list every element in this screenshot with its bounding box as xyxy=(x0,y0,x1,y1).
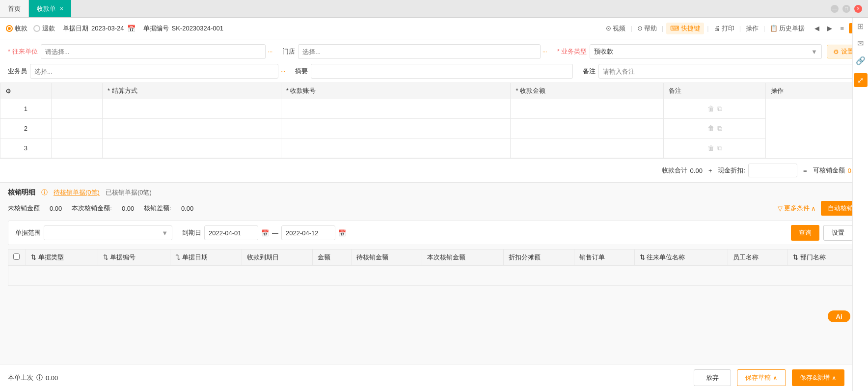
biz-type-select[interactable]: 预收款 ▼ xyxy=(590,44,822,59)
row-3-delete-icon[interactable]: 🗑 xyxy=(707,144,714,152)
row-2-remark[interactable] xyxy=(511,119,664,139)
notice-value: 0.00 xyxy=(46,374,58,382)
party-field: * 往来单位 ··· xyxy=(8,44,272,59)
col-settings[interactable]: ⚙ xyxy=(0,83,52,99)
row-2-copy-icon[interactable]: ⧉ xyxy=(717,124,722,133)
shop-input[interactable] xyxy=(298,44,540,59)
select-all-checkbox[interactable] xyxy=(13,253,20,260)
shop-more-icon[interactable]: ··· xyxy=(542,48,547,55)
cal-to-icon[interactable]: 📅 xyxy=(338,229,346,237)
row-2-amount[interactable] xyxy=(281,119,511,139)
history-btn[interactable]: 📋 历史单据 xyxy=(768,24,807,33)
form-row-2: 业务员 ··· 摘要 备注 xyxy=(8,64,860,79)
draft-arrow-icon: ∧ xyxy=(773,374,778,382)
main-table: ⚙ * 结算方式 * 收款账号 * 收款金额 备注 操作 xyxy=(0,83,868,158)
diff-label: 核销差额: xyxy=(144,204,171,213)
pending-tab[interactable]: 待核销单据(0笔) xyxy=(54,188,100,197)
row-1-copy-icon[interactable]: ⧉ xyxy=(717,105,722,113)
col-amount-header: * 收款金额 xyxy=(511,83,664,99)
remark-input[interactable] xyxy=(598,64,860,79)
col-type: ⇅ 单据类型 xyxy=(26,250,98,266)
shop-field: 门店 ··· xyxy=(282,44,547,59)
row-3-amount[interactable] xyxy=(281,139,511,158)
plus-sign: + xyxy=(708,167,712,174)
discount-item: 现金折扣: xyxy=(718,164,797,177)
operate-btn[interactable]: 操作 xyxy=(744,24,760,33)
video-btn[interactable]: ⊙ 视频 xyxy=(604,24,627,33)
writeoff-title: 核销明细 xyxy=(8,188,35,197)
row-3-account[interactable] xyxy=(102,139,281,158)
row-1-account[interactable] xyxy=(102,99,281,119)
shortcut-label: 快捷键 xyxy=(681,24,700,33)
row-3-remark[interactable] xyxy=(511,139,664,158)
row-3-settle[interactable] xyxy=(51,139,102,158)
row-1-amount[interactable] xyxy=(281,99,511,119)
tab-current[interactable]: 收款单 × xyxy=(29,0,71,17)
current-value: 0.00 xyxy=(122,205,134,212)
radio-refund[interactable]: 退款 xyxy=(33,24,55,33)
row-3-action: 🗑 ⧉ xyxy=(664,139,766,158)
row-2-delete-icon[interactable]: 🗑 xyxy=(707,124,714,133)
list-view-icon[interactable]: ≡ xyxy=(837,23,847,33)
writeoff-right: ▽ 更多条件 ∧ 自动核销 xyxy=(778,201,860,216)
done-tab[interactable]: 已核销单据(0笔) xyxy=(106,188,152,197)
row-3-copy-icon[interactable]: ⧉ xyxy=(717,144,722,152)
staff-label: 业务员 xyxy=(8,67,30,76)
notice-info-icon[interactable]: ⓘ xyxy=(36,373,43,382)
row-1-remark[interactable] xyxy=(511,99,664,119)
cal-from-icon[interactable]: 📅 xyxy=(261,229,269,237)
row-1-delete-icon[interactable]: 🗑 xyxy=(707,105,714,113)
calendar-icon[interactable]: 📅 xyxy=(127,25,136,32)
writeoff-section: 核销明细 ⓘ 待核销单据(0笔) 已核销单据(0笔) 未核销金额 0.00 本次… xyxy=(0,182,868,391)
tab-close-icon[interactable]: × xyxy=(60,5,63,12)
save-button[interactable]: 保存&新增 ∧ xyxy=(792,369,844,386)
summary-label: 摘要 xyxy=(295,67,311,76)
query-button[interactable]: 查询 xyxy=(791,225,819,241)
nav-prev-icon[interactable]: ◀ xyxy=(812,23,822,33)
nav-next-icon[interactable]: ▶ xyxy=(824,23,835,33)
discount-input[interactable] xyxy=(748,164,797,177)
print-btn[interactable]: 🖨 打印 xyxy=(712,24,736,33)
radio-receive[interactable]: 收款 xyxy=(6,24,27,33)
row-num-cell: 1 xyxy=(0,99,52,119)
row-1-settle[interactable] xyxy=(51,99,102,119)
close-button[interactable]: × xyxy=(854,5,862,13)
writeoff-stats: 未核销金额 0.00 本次核销金额: 0.00 核销差额: 0.00 ▽ 更多条… xyxy=(8,201,860,216)
page-footer: 本单上次 ⓘ 0.00 放弃 保存草稿 ∧ 保存&新增 ∧ xyxy=(0,364,852,391)
due-date-label: 到期日 xyxy=(182,228,201,237)
date-to-input[interactable] xyxy=(281,225,335,240)
staff-field: 业务员 ··· xyxy=(8,64,285,79)
shortcut-btn[interactable]: ⌨ 快捷键 xyxy=(666,23,704,34)
staff-input[interactable] xyxy=(30,64,278,79)
filter-settings-button[interactable]: 设置 xyxy=(823,225,853,241)
sidebar-expand-icon[interactable]: ⤢ xyxy=(854,73,868,87)
party-more-icon[interactable]: ··· xyxy=(268,48,272,55)
table-row: 2 🗑 ⧉ xyxy=(0,119,868,139)
maximize-button[interactable]: □ xyxy=(842,5,850,13)
row-2-settle[interactable] xyxy=(51,119,102,139)
discard-button[interactable]: 放弃 xyxy=(694,369,731,386)
col-party: ⇅ 往来单位名称 xyxy=(634,250,728,266)
help-btn[interactable]: ⊙ 帮助 xyxy=(635,24,659,33)
writeoff-info-icon[interactable]: ⓘ xyxy=(41,188,48,197)
summary-field: 摘要 xyxy=(295,64,572,79)
party-input[interactable] xyxy=(41,44,266,59)
tab-home[interactable]: 首页 xyxy=(0,0,29,17)
filter-buttons: 查询 设置 xyxy=(791,225,853,241)
table-row: 3 🗑 ⧉ xyxy=(0,139,868,158)
summary-input[interactable] xyxy=(311,64,572,79)
print-label: 打印 xyxy=(722,24,734,33)
range-select[interactable]: ▼ xyxy=(44,225,172,240)
sidebar-table-icon[interactable]: ⊞ xyxy=(857,22,864,31)
col-discount: 折扣分摊额 xyxy=(504,250,574,266)
more-conditions-btn[interactable]: ▽ 更多条件 ∧ xyxy=(778,204,816,213)
draft-button[interactable]: 保存草稿 ∧ xyxy=(737,369,786,386)
sidebar-link-icon[interactable]: 🔗 xyxy=(856,56,866,65)
date-from-input[interactable] xyxy=(204,225,258,240)
row-2-account[interactable] xyxy=(102,119,281,139)
sidebar-email-icon[interactable]: ✉ xyxy=(857,39,864,48)
staff-more-icon[interactable]: ··· xyxy=(280,68,285,75)
history-label: 历史单据 xyxy=(779,24,805,33)
ai-badge[interactable]: Ai xyxy=(828,310,850,322)
minimize-button[interactable]: — xyxy=(831,5,839,13)
